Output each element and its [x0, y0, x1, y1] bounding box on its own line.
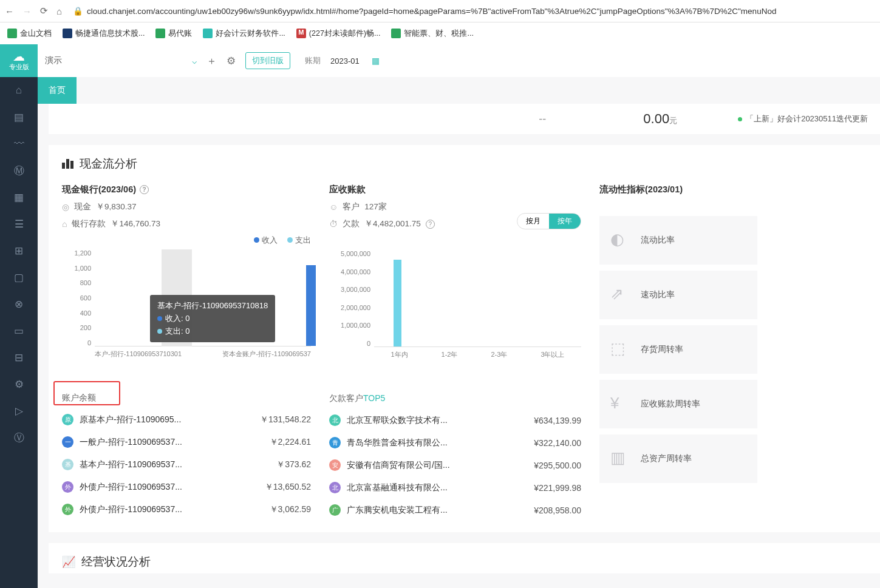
metric-card-ar-turnover[interactable]: ¥应收账款周转率: [599, 380, 757, 428]
chart-legend: 收入 支出: [62, 235, 311, 246]
sidebar-gear-icon[interactable]: ⚙: [0, 371, 38, 397]
home-icon[interactable]: ⌂: [56, 6, 62, 16]
account-row[interactable]: 外外债户-招行-1109069537...￥13,650.52: [62, 476, 311, 498]
operating-section-title: 📈 经营状况分析: [49, 543, 880, 573]
highlight-box: [53, 381, 120, 405]
customer-icon: ☺: [329, 202, 338, 212]
sidebar-money-icon[interactable]: Ⓜ: [0, 157, 38, 184]
period-toggle[interactable]: 按月 按年: [517, 213, 581, 229]
logo[interactable]: ☁ 专业版: [0, 44, 38, 77]
money-icon: ¥: [610, 394, 631, 414]
owed-label: 欠款: [343, 218, 360, 229]
bookmark-item[interactable]: M(227封未读邮件)畅...: [296, 29, 381, 39]
url-text: cloud.chanjet.com/accounting/uw1eb00zy96…: [87, 7, 776, 16]
summary-banner: -- 0.00元 「上新」好会计20230511迭代更新: [49, 104, 880, 134]
receivable-chart[interactable]: 5,000,0004,000,0003,000,0002,000,0001,00…: [329, 250, 581, 371]
customer-row[interactable]: 北北京互帮联众数字技术有...¥634,139.99: [329, 409, 581, 431]
calendar-icon[interactable]: ▦: [372, 56, 380, 66]
sidebar-tag-icon[interactable]: ⊗: [0, 291, 38, 317]
account-row[interactable]: 一一般户-招行-1109069537...￥2,224.61: [62, 431, 311, 453]
app-header: 演示 ⌵ ＋ ⚙ 切到旧版 账期 2023-01 ▦: [38, 44, 880, 77]
cust-value: 127家: [364, 201, 387, 212]
toggle-year[interactable]: 按年: [549, 214, 581, 229]
deposit-label: 银行存款: [72, 218, 106, 229]
news-text[interactable]: 「上新」好会计20230511迭代更新: [746, 114, 868, 123]
sidebar-list-icon[interactable]: ☰: [0, 211, 38, 237]
bookmark-item[interactable]: 智能票、财、税推...: [391, 29, 473, 39]
url-bar[interactable]: 🔒 cloud.chanjet.com/accounting/uw1eb00zy…: [69, 6, 875, 16]
liquidity-title: 流动性指标(2023/01): [599, 184, 867, 195]
bookmark-item[interactable]: 畅捷通信息技术股...: [63, 29, 145, 39]
customer-row[interactable]: 广广东腾安机电安装工程有...¥208,958.00: [329, 499, 581, 521]
org-select[interactable]: 演示 ⌵: [45, 55, 197, 66]
receivable-title: 应收账款: [329, 184, 581, 195]
cash-bank-title: 现金银行(2023/06) ?: [62, 184, 311, 195]
chart-icon: ▥: [610, 448, 631, 469]
timer-icon: ⏱: [329, 219, 338, 229]
account-list: 原原基本户-招行-11090695...￥131,548.22 一一般户-招行-…: [62, 408, 311, 521]
rocket-icon: ⇗: [610, 285, 631, 305]
account-row[interactable]: 基基本户-招行-1109069537...￥373.62: [62, 453, 311, 476]
metric-card-asset-turnover[interactable]: ▥总资产周转率: [599, 434, 757, 483]
help-icon[interactable]: ?: [426, 220, 435, 229]
cash-label: 现金: [74, 201, 91, 212]
customer-row[interactable]: 北北京富基融通科技有限公...¥221,999.98: [329, 476, 581, 499]
chart-tooltip: 基本户-招行-110906953710818 收入: 0 支出: 0: [150, 295, 275, 342]
bookmark-item[interactable]: 好会计云财务软件...: [203, 29, 285, 39]
app-sidebar: ☁ 专业版 ⌂ ▤ 〰 Ⓜ ▦ ☰ ⊞ ▢ ⊗ ▭ ⊟ ⚙ ▷ Ⓥ: [0, 44, 38, 588]
customer-row[interactable]: 青青岛华胜普金科技有限公...¥322,140.00: [329, 431, 581, 454]
metric-card-inventory-turnover[interactable]: ⬚存货周转率: [599, 325, 757, 374]
browser-top-bar: ← → ⟳ ⌂ 🔒 cloud.chanjet.com/accounting/u…: [0, 0, 880, 22]
sidebar-report-icon[interactable]: 〰: [0, 130, 38, 157]
sidebar-video-icon[interactable]: ▷: [0, 397, 38, 424]
sidebar-box-icon[interactable]: ⊟: [0, 344, 38, 371]
sidebar-grid-icon[interactable]: ⊞: [0, 237, 38, 264]
toggle-month[interactable]: 按月: [517, 214, 549, 229]
reload-icon[interactable]: ⟳: [40, 5, 48, 16]
metric-card-quick-ratio[interactable]: ⇗速动比率: [599, 271, 757, 319]
cloud-icon: ☁: [13, 50, 25, 63]
unit-label: 元: [669, 116, 677, 125]
sidebar-building-icon[interactable]: ▦: [0, 184, 38, 211]
cash-value: ￥9,830.37: [96, 201, 137, 212]
org-name: 演示: [45, 55, 62, 66]
bar-chart-icon: [62, 159, 73, 169]
help-icon[interactable]: ?: [140, 185, 149, 194]
back-icon[interactable]: ←: [5, 6, 14, 16]
sidebar-frame-icon[interactable]: ▢: [0, 264, 38, 291]
bookmark-item[interactable]: 易代账: [155, 29, 192, 39]
sidebar-home-icon[interactable]: ⌂: [0, 77, 38, 104]
cash-icon: ◎: [62, 202, 69, 212]
status-dot-icon: [738, 117, 742, 121]
sidebar-doc-icon[interactable]: ▭: [0, 317, 38, 344]
account-row[interactable]: 原原基本户-招行-11090695...￥131,548.22: [62, 408, 311, 431]
forward-icon[interactable]: →: [22, 6, 32, 16]
customer-row[interactable]: 安安徽有信商贸有限公司/国...¥295,500.00: [329, 454, 581, 476]
tab-home[interactable]: 首页: [38, 77, 77, 104]
zero-value: 0.00: [643, 111, 669, 126]
bookmark-item[interactable]: 金山文档: [7, 29, 52, 39]
chevron-down-icon: ⌵: [192, 56, 197, 66]
sidebar-voucher-icon[interactable]: ▤: [0, 104, 38, 130]
period-label: 账期: [305, 55, 321, 66]
account-row[interactable]: 外外债户-招行-1109069537...￥3,062.59: [62, 498, 311, 521]
box-icon: ⬚: [610, 339, 631, 360]
cash-bank-chart[interactable]: 1,2001,0008006004002000 基本户-招行-110906953…: [62, 249, 311, 371]
sidebar-v-icon[interactable]: Ⓥ: [0, 424, 38, 451]
bank-icon: ⌂: [62, 219, 67, 229]
trend-icon: 📈: [62, 555, 75, 569]
cashflow-panel: 现金流分析 现金银行(2023/06) ? ◎ 现金 ￥9,830.37: [49, 145, 880, 532]
section-title: 现金流分析: [62, 156, 867, 172]
metric-card-current-ratio[interactable]: ◐流动比率: [599, 216, 757, 265]
dash-value: --: [539, 113, 546, 126]
tabs: 首页: [38, 77, 880, 104]
period-value: 2023-01: [330, 56, 360, 66]
settings-button[interactable]: ⚙: [227, 55, 236, 67]
owed-value: ￥4,482,001.75: [364, 218, 421, 229]
bookmarks-bar: 金山文档 畅捷通信息技术股... 易代账 好会计云财务软件... M(227封未…: [0, 22, 880, 44]
switch-old-button[interactable]: 切到旧版: [245, 52, 290, 69]
top5-title: 欠款客户TOP5: [329, 393, 581, 404]
deposit-value: ￥146,760.73: [111, 218, 160, 229]
lock-icon: 🔒: [73, 6, 83, 16]
add-button[interactable]: ＋: [206, 54, 217, 68]
